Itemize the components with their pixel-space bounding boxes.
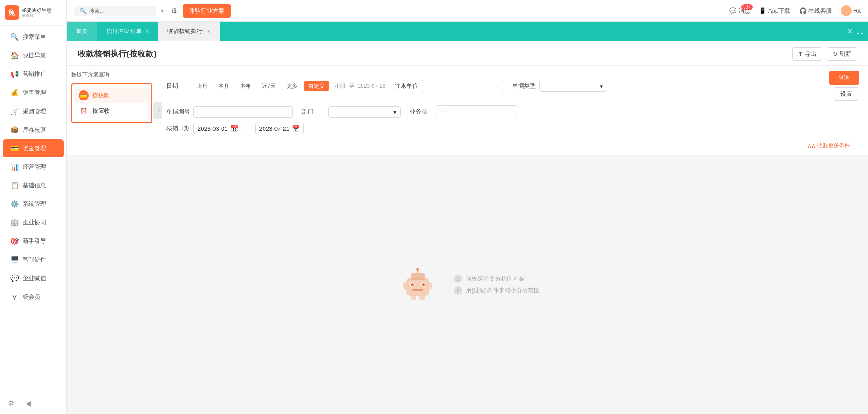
- industry-btn[interactable]: 体验行业方案: [183, 4, 231, 18]
- dept-select[interactable]: ▾: [328, 106, 401, 118]
- sidebar-item-quick-nav[interactable]: 🏠 快捷导航: [3, 47, 64, 65]
- guide-icon: 🎯: [10, 237, 19, 246]
- date-filter-field: 日期 上月 本月 本年 近7天 更多 自定义 不限 至 2023-07: [166, 81, 386, 91]
- tab-receipt-writeoff[interactable]: 收款核销执行 ×: [158, 22, 219, 41]
- doc-type-filter-field: 单据类型 ▾: [512, 81, 607, 92]
- sidebar-item-sales[interactable]: 💰 销售管理: [3, 84, 64, 102]
- header-search-box[interactable]: 🔍: [74, 6, 156, 16]
- settings-bottom-icon[interactable]: ⚙: [5, 397, 17, 409]
- home-icon: 🏠: [10, 51, 19, 60]
- system-icon: ⚙️: [10, 200, 19, 209]
- online-service-btn[interactable]: 🎧 在线客服: [799, 7, 832, 15]
- sidebar-item-guide[interactable]: 🎯 新手引导: [3, 232, 64, 250]
- inventory-icon: 📦: [10, 125, 19, 134]
- partner-select[interactable]: ···: [422, 80, 503, 92]
- doc-no-label: 单据编号: [166, 108, 190, 116]
- chevron-down-icon[interactable]: ▾: [161, 8, 164, 14]
- scheme-by-receipt[interactable]: 💳 按收款: [75, 88, 149, 103]
- date-range-separator: —: [246, 125, 252, 132]
- sidebar-item-inventory[interactable]: 📦 库存核算: [3, 121, 64, 139]
- writeoff-date-end-input[interactable]: 2023-07-21 📅: [255, 123, 304, 134]
- tab-prepay[interactable]: 预付冲应付单 ×: [97, 22, 158, 41]
- doc-type-label: 单据类型: [512, 82, 536, 90]
- svg-rect-9: [411, 295, 416, 300]
- date-chip-7days[interactable]: 近7天: [258, 81, 280, 91]
- sidebar-item-operation[interactable]: 📊 经营管理: [3, 158, 64, 176]
- page-actions: ⬆ 导出 ↻ 刷新: [792, 47, 857, 61]
- date-chip-last-month[interactable]: 上月: [193, 81, 212, 91]
- sidebar-item-hardware[interactable]: 🖥️ 智能硬件: [3, 251, 64, 269]
- filter-row-2: 单据编号 部门 ▾ 业务员 ···: [166, 105, 859, 118]
- doc-no-input[interactable]: [193, 106, 293, 118]
- date-chip-more[interactable]: 更多: [283, 81, 302, 91]
- sidebar-item-system[interactable]: ⚙️ 系统管理: [3, 195, 64, 213]
- tab-bar: 首页 预付冲应付单 × 收款核销执行 × ✕ ⛶: [67, 22, 868, 41]
- collapse-sidebar-icon[interactable]: ◀: [22, 397, 34, 409]
- receivable-scheme-icon: ⏰: [79, 106, 89, 116]
- sidebar-item-enterprise[interactable]: 🏢 企业协同: [3, 214, 64, 232]
- user-name: Rit: [854, 7, 861, 14]
- sidebar-item-finance[interactable]: 💳 资金管理: [3, 139, 64, 157]
- scheme-by-receivable[interactable]: ⏰ 按应收: [75, 103, 149, 119]
- tab-bar-actions: ✕ ⛶: [842, 22, 868, 41]
- query-btn[interactable]: 查询: [829, 71, 859, 85]
- panel-title: 按以下方案查询: [71, 71, 152, 79]
- tab-home[interactable]: 首页: [67, 22, 97, 41]
- date-chip-custom[interactable]: 自定义: [304, 81, 329, 91]
- date-chip-this-month[interactable]: 本月: [214, 81, 233, 91]
- calendar-end-icon: 📅: [292, 125, 300, 132]
- svg-point-5: [422, 283, 425, 286]
- chevron-up-icon: ∧∧: [807, 143, 816, 149]
- doc-type-select[interactable]: ▾: [539, 81, 607, 92]
- sidebar-item-member[interactable]: V 畅会员: [3, 288, 64, 306]
- search-icon: 🔍: [80, 8, 86, 14]
- export-btn[interactable]: ⬆ 导出: [792, 47, 822, 61]
- user-profile[interactable]: Rit: [841, 5, 861, 16]
- header-right: 💬 消息 99+ 📱 App下载 🎧 在线客服 Rit: [729, 5, 861, 16]
- date-chip-this-year[interactable]: 本年: [236, 81, 255, 91]
- main-area: 🔍 ▾ ⚙ 体验行业方案 💬 消息 99+ 📱 App下载 🎧 在线客服 Rit: [67, 0, 868, 414]
- search-input[interactable]: [89, 8, 143, 14]
- svg-rect-0: [406, 278, 429, 296]
- staff-select[interactable]: ···: [436, 105, 517, 118]
- svg-rect-7: [403, 282, 407, 290]
- svg-rect-1: [411, 273, 425, 280]
- logo-text: 畅捷通好生意 标准版: [22, 7, 52, 19]
- sidebar: 兔 畅捷通好生意 标准版 🔍 搜索菜单 🏠 快捷导航 📢 营销推广 💰 销售管理…: [0, 0, 67, 414]
- date-no-limit-text: 不限 至 2023-07-26: [335, 82, 386, 90]
- sidebar-item-basic-info[interactable]: 📋 基础信息: [3, 176, 64, 195]
- writeoff-date-field: 核销日期 2023-03-01 📅 — 2023-07-21 📅: [166, 123, 304, 134]
- top-header: 🔍 ▾ ⚙ 体验行业方案 💬 消息 99+ 📱 App下载 🎧 在线客服 Rit: [67, 0, 868, 22]
- chevron-down-icon-dept: ▾: [393, 109, 396, 115]
- sidebar-item-purchase[interactable]: 🛒 采购管理: [3, 102, 64, 120]
- message-btn[interactable]: 💬 消息 99+: [729, 7, 750, 15]
- expand-icon[interactable]: ⛶: [856, 27, 863, 35]
- hardware-icon: 🖥️: [10, 255, 19, 264]
- svg-rect-8: [429, 282, 432, 290]
- sidebar-item-marketing[interactable]: 📢 营销推广: [3, 65, 64, 83]
- collapse-more-btn[interactable]: ∧∧ 收起更多条件: [807, 142, 850, 149]
- writeoff-date-start-input[interactable]: 2023-03-01 📅: [193, 123, 242, 134]
- svg-rect-6: [412, 289, 423, 291]
- setting-btn[interactable]: 设置: [834, 87, 859, 101]
- gear-icon[interactable]: ⚙: [171, 6, 177, 15]
- sidebar-item-search-menu[interactable]: 🔍 搜索菜单: [3, 28, 64, 46]
- operation-icon: 📊: [10, 162, 19, 171]
- tab-receipt-writeoff-close[interactable]: ×: [207, 29, 210, 34]
- collapse-more-bar: ∧∧ 收起更多条件: [166, 139, 859, 149]
- close-tab-icon[interactable]: ✕: [847, 27, 853, 36]
- svg-point-12: [416, 268, 419, 271]
- collapse-left-panel-btn[interactable]: 《: [153, 102, 162, 119]
- receipt-scheme-icon: 💳: [79, 90, 89, 100]
- calendar-start-icon: 📅: [231, 125, 238, 132]
- app-download-btn[interactable]: 📱 App下载: [759, 7, 790, 15]
- member-icon: V: [10, 292, 19, 301]
- writeoff-date-range: 2023-03-01 📅 — 2023-07-21 📅: [193, 123, 304, 134]
- wechat-icon: 💬: [10, 274, 19, 283]
- tab-prepay-close[interactable]: ×: [146, 29, 149, 34]
- message-icon: 💬: [729, 7, 736, 14]
- refresh-btn[interactable]: ↻ 刷新: [827, 47, 857, 61]
- marketing-icon: 📢: [10, 70, 19, 79]
- filter-row-1: 日期 上月 本月 本年 近7天 更多 自定义 不限 至 2023-07: [166, 71, 859, 101]
- sidebar-item-wechat[interactable]: 💬 企业微信: [3, 269, 64, 287]
